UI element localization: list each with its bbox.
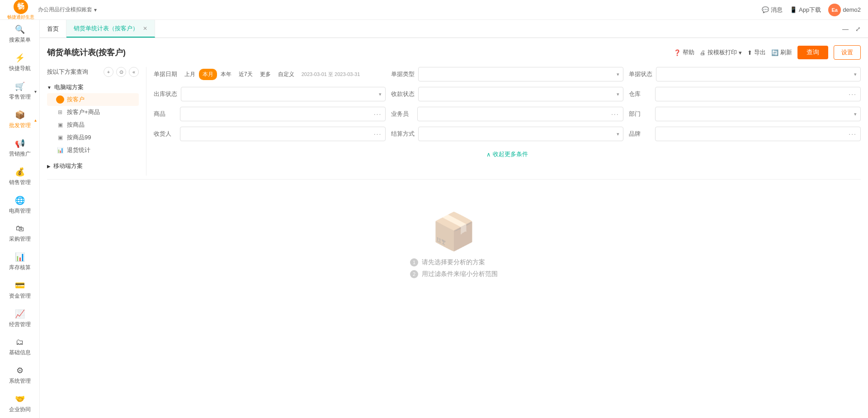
search-icon: 🔍 bbox=[15, 24, 25, 34]
print-arrow-icon: ▾ bbox=[739, 49, 742, 56]
chevron-up-icon: ∧ bbox=[486, 151, 491, 158]
date-tab-this-month[interactable]: 本月 bbox=[199, 69, 217, 80]
messages-button[interactable]: 💬 消息 bbox=[762, 6, 783, 14]
nav-item-wholesale[interactable]: 📦 批发管理 ▴ bbox=[0, 105, 39, 134]
nav-item-quick-nav[interactable]: ⚡ 快捷导航 bbox=[0, 48, 39, 77]
warehouse-input[interactable]: ··· bbox=[655, 87, 861, 101]
scheme-item-return-stats[interactable]: 📊 退货统计 bbox=[47, 144, 139, 157]
nav-item-inventory[interactable]: 📊 库存核算 bbox=[0, 247, 39, 276]
tab-home[interactable]: 首页 bbox=[40, 20, 66, 38]
system-icon: ⚙ bbox=[16, 366, 24, 375]
settlement-select[interactable]: ▾ bbox=[418, 127, 623, 141]
nav-label-cooperation: 企业协同 bbox=[9, 406, 31, 413]
date-tab-7days[interactable]: 近7天 bbox=[235, 69, 256, 80]
filter-layout: 按以下方案查询 + ⊙ « ▼ 电脑端方案 bbox=[47, 67, 861, 176]
page-actions: ❓ 帮助 🖨 按模板打印 ▾ ⬆ 导出 🔄 刷新 bbox=[674, 45, 861, 60]
tab-close-icon[interactable]: ✕ bbox=[143, 25, 147, 32]
nav-item-operation[interactable]: 📈 经营管理 bbox=[0, 304, 39, 333]
scheme-item-by-product-99[interactable]: ▣ 按商品99 bbox=[47, 131, 139, 144]
basic-icon: 🗂 bbox=[16, 337, 24, 347]
nav-item-marketing[interactable]: 📢 营销推广 bbox=[0, 134, 39, 162]
recipient-dots-icon: ··· bbox=[374, 130, 382, 138]
collapse-panel-button[interactable]: « bbox=[129, 67, 139, 77]
scheme-icon-by-customer-product: ⊞ bbox=[56, 108, 64, 116]
nav-item-cooperation[interactable]: 🤝 企业协同 bbox=[0, 390, 39, 418]
out-status-select[interactable]: ▾ bbox=[181, 87, 386, 101]
nav-label-marketing: 营销推广 bbox=[9, 150, 31, 158]
sales-icon: 💰 bbox=[15, 167, 25, 177]
filter-row-4: 收货人 ··· 结算方式 ▾ bbox=[154, 127, 861, 141]
date-tab-last-month[interactable]: 上月 bbox=[181, 69, 199, 80]
collapse-row[interactable]: ∧ 收起更多条件 bbox=[154, 147, 861, 162]
scheme-item-by-product[interactable]: ▣ 按商品 bbox=[47, 119, 139, 131]
brand-input[interactable]: ··· bbox=[655, 127, 861, 141]
scheme-item-by-customer[interactable]: ● 按客户 bbox=[47, 93, 139, 106]
salesperson-label: 业务员 bbox=[391, 110, 414, 118]
scheme-item-return-stats-label: 退货统计 bbox=[67, 146, 90, 154]
query-button[interactable]: 查询 bbox=[797, 46, 828, 59]
warehouse-dots-icon: ··· bbox=[849, 90, 857, 98]
app-download-button[interactable]: 📱 App下载 bbox=[790, 6, 821, 14]
filter-recipient: 收货人 ··· bbox=[154, 127, 386, 141]
add-scheme-button[interactable]: + bbox=[104, 67, 113, 77]
template-print-button[interactable]: 🖨 按模板打印 ▾ bbox=[700, 48, 742, 57]
scheme-group-mobile-toggle[interactable]: ▶ 移动端方案 bbox=[47, 160, 139, 172]
nav-item-search-menu[interactable]: 🔍 搜索菜单 bbox=[0, 20, 39, 48]
salesperson-input[interactable]: ··· bbox=[417, 107, 623, 121]
tab-maximize-button[interactable]: ⤢ bbox=[854, 24, 863, 33]
scheme-item-by-customer-product[interactable]: ⊞ 按客户+商品 bbox=[47, 106, 139, 119]
nav-item-sales[interactable]: 💰 销售管理 bbox=[0, 162, 39, 191]
nav-item-purchase[interactable]: 🛍 采购管理 bbox=[0, 219, 39, 247]
user-profile[interactable]: Ea demo2 bbox=[828, 4, 861, 16]
product-input[interactable]: ··· bbox=[180, 107, 386, 121]
empty-state: 📦 1 请先选择要分析的方案 2 用过滤条件来缩小分析范围 bbox=[47, 183, 861, 305]
filter-salesperson: 业务员 ··· bbox=[391, 107, 623, 121]
hint-num-2: 2 bbox=[410, 270, 418, 278]
nav-label-search-menu: 搜索菜单 bbox=[9, 36, 31, 44]
filter-product: 商品 ··· bbox=[154, 107, 386, 121]
tab-bar: 首页 销货单统计表（按客户） ✕ — ⤢ bbox=[40, 20, 868, 38]
logo-area: 畅 畅捷通好生意 bbox=[7, 0, 34, 20]
topbar-left: 畅 畅捷通好生意 办公用品行业模拟账套 ▾ bbox=[7, 0, 97, 20]
filter-doc-type: 单据类型 ▾ bbox=[391, 67, 623, 81]
nav-item-ecom[interactable]: 🌐 电商管理 bbox=[0, 191, 39, 219]
nav-label-sales: 销售管理 bbox=[9, 179, 31, 186]
nav-item-finance[interactable]: 💳 资金管理 bbox=[0, 276, 39, 304]
department-label: 部门 bbox=[629, 110, 651, 118]
recipient-input[interactable]: ··· bbox=[180, 127, 386, 141]
date-tab-custom[interactable]: 自定义 bbox=[274, 69, 298, 80]
avatar: Ea bbox=[828, 4, 841, 16]
salesperson-dots-icon: ··· bbox=[611, 110, 619, 118]
filter-brand: 品牌 ··· bbox=[629, 127, 861, 141]
doc-type-select[interactable]: ▾ bbox=[418, 67, 623, 81]
scheme-settings-button[interactable]: ⊙ bbox=[116, 67, 126, 77]
tab-sales-report[interactable]: 销货单统计表（按客户） ✕ bbox=[66, 20, 155, 38]
setting-button[interactable]: 设置 bbox=[834, 45, 861, 60]
help-button[interactable]: ❓ 帮助 bbox=[674, 48, 694, 57]
tab-extra: — ⤢ bbox=[835, 24, 868, 33]
page-content: 销货单统计表(按客户) ❓ 帮助 🖨 按模板打印 ▾ ⬆ 导出 bbox=[40, 38, 868, 418]
warehouse-label: 仓库 bbox=[629, 90, 651, 98]
scheme-group-desktop-toggle[interactable]: ▼ 电脑端方案 bbox=[47, 81, 139, 93]
nav-item-system[interactable]: ⚙ 系统管理 bbox=[0, 361, 39, 390]
date-range: 2023-03-01 至 2023-03-31 bbox=[302, 71, 360, 78]
nav-label-operation: 经营管理 bbox=[9, 321, 31, 328]
nav-item-retail[interactable]: 🛒 零售管理 ▾ bbox=[0, 77, 39, 105]
doc-status-select[interactable]: ▾ bbox=[656, 67, 861, 81]
filter-warehouse: 仓库 ··· bbox=[629, 87, 861, 101]
out-status-dropdown-icon: ▾ bbox=[379, 91, 382, 97]
export-button[interactable]: ⬆ 导出 bbox=[747, 48, 766, 57]
scheme-item-by-customer-product-label: 按客户+商品 bbox=[67, 108, 100, 116]
export-icon: ⬆ bbox=[747, 49, 752, 56]
product-label: 商品 bbox=[154, 110, 176, 118]
cooperation-icon: 🤝 bbox=[15, 394, 25, 404]
nav-item-basic[interactable]: 🗂 基础信息 bbox=[0, 333, 39, 361]
department-select[interactable]: ▾ bbox=[655, 107, 861, 121]
left-panel-icons: + ⊙ « bbox=[104, 67, 139, 77]
refresh-button[interactable]: 🔄 刷新 bbox=[771, 48, 792, 57]
tab-minimize-button[interactable]: — bbox=[841, 24, 850, 33]
receipt-status-select[interactable]: ▾ bbox=[418, 87, 623, 101]
date-tab-this-year[interactable]: 本年 bbox=[217, 69, 235, 80]
left-panel-header: 按以下方案查询 + ⊙ « bbox=[47, 67, 139, 77]
date-tab-more[interactable]: 更多 bbox=[256, 69, 274, 80]
